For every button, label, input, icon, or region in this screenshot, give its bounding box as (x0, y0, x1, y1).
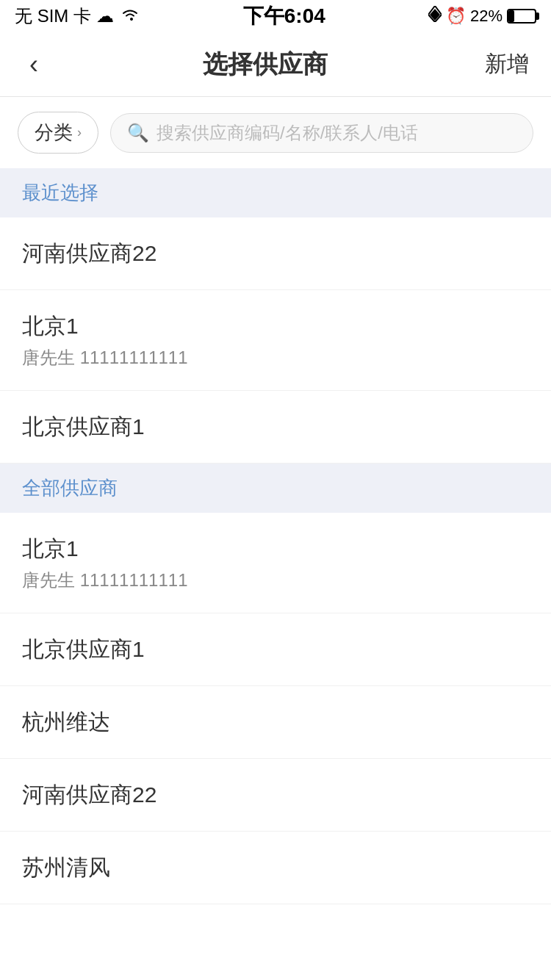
status-right: ⏰ 22% (428, 6, 536, 26)
item-sub: 唐先生 11111111111 (22, 569, 529, 592)
list-item[interactable]: 苏州清风 (0, 832, 551, 904)
page-title: 选择供应商 (203, 48, 328, 82)
item-sub: 唐先生 11111111111 (22, 346, 529, 370)
back-button[interactable]: ‹ (22, 42, 46, 87)
list-item[interactable]: 北京供应商1 (0, 613, 551, 686)
battery-label: 22% (470, 7, 503, 26)
item-name: 北京供应商1 (22, 411, 529, 442)
all-section-header: 全部供应商 (0, 464, 551, 513)
alarm-icon: ⏰ (446, 7, 466, 26)
search-placeholder: 搜索供应商编码/名称/联系人/电话 (156, 121, 418, 145)
item-name: 北京1 (22, 311, 529, 342)
category-filter-button[interactable]: 分类 › (18, 112, 98, 154)
list-item[interactable]: 北京1唐先生 11111111111 (0, 290, 551, 391)
all-list: 北京1唐先生 11111111111北京供应商1杭州维达河南供应商22苏州清风 (0, 513, 551, 904)
recent-section-header: 最近选择 (0, 168, 551, 217)
recent-section-label: 最近选择 (22, 181, 98, 203)
nav-bar: ‹ 选择供应商 新增 (0, 32, 551, 97)
filter-bar: 分类 › 🔍 搜索供应商编码/名称/联系人/电话 (0, 97, 551, 168)
all-section-label: 全部供应商 (22, 477, 118, 499)
list-item[interactable]: 河南供应商22 (0, 217, 551, 290)
item-name: 河南供应商22 (22, 238, 529, 269)
status-bar: 无 SIM 卡 ☁ 下午6:04 ⏰ 22% (0, 0, 551, 32)
search-box[interactable]: 🔍 搜索供应商编码/名称/联系人/电话 (110, 113, 533, 153)
category-label: 分类 (35, 120, 73, 145)
list-item[interactable]: 河南供应商22 (0, 759, 551, 832)
list-item[interactable]: 杭州维达 (0, 686, 551, 759)
list-item[interactable]: 北京1唐先生 11111111111 (0, 513, 551, 613)
battery-icon (507, 9, 536, 24)
location-icon (428, 6, 442, 26)
chevron-right-icon: › (77, 125, 82, 140)
status-left: 无 SIM 卡 ☁ (15, 4, 140, 28)
search-icon: 🔍 (127, 123, 149, 143)
item-name: 北京1 (22, 533, 529, 564)
item-name: 杭州维达 (22, 707, 529, 738)
item-name: 苏州清风 (22, 852, 529, 883)
wifi-icon (120, 6, 140, 26)
recent-list: 河南供应商22北京1唐先生 11111111111北京供应商1 (0, 217, 551, 464)
status-time: 下午6:04 (243, 2, 325, 30)
item-name: 河南供应商22 (22, 779, 529, 810)
list-item[interactable]: 北京供应商1 (0, 391, 551, 464)
add-button[interactable]: 新增 (485, 49, 529, 79)
item-name: 北京供应商1 (22, 634, 529, 665)
sim-label: 无 SIM 卡 ☁ (15, 4, 114, 28)
